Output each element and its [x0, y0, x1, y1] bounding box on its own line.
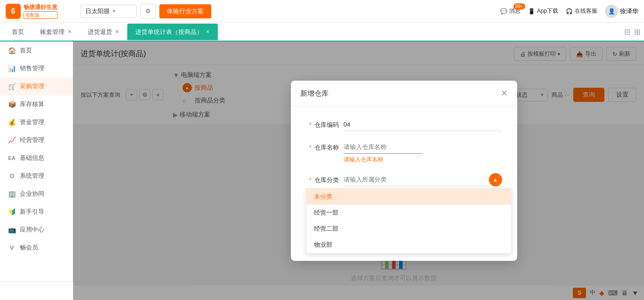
tab-bar: 首页 账套管理 ✕ 进货退货 ✕ 进货单统计表（按商品） ✕ ⊟ ⊞ [0, 23, 644, 42]
tab-account[interactable]: 账套管理 ✕ [32, 24, 80, 40]
top-navbar: 6 畅捷通好生意 搭配版 日太阳膜 ▼ ⚙ 体验行业方案 💬 消息 99+ 📱 … [0, 0, 644, 23]
message-icon: 💬 [500, 8, 507, 15]
vip-icon: V [8, 243, 16, 252]
sidebar-item-finance[interactable]: 💰 资金管理 [0, 113, 73, 131]
logo-icon: 6 [6, 4, 21, 19]
modal-close-button[interactable]: ✕ [501, 88, 508, 99]
modal-body: * 仓库编码 * 仓库名称 [291, 107, 517, 235]
sidebar-item-operation[interactable]: 📈 经营管理 [0, 131, 73, 149]
guide-icon: 🔰 [8, 208, 16, 216]
sidebar-item-enterprise[interactable]: 🏢 企业协同 [0, 185, 73, 203]
main-layout: 🏠 首页 📊 销售管理 🛒 采购管理 📦 库存核算 💰 资金管理 📈 经营管理 … [0, 42, 644, 300]
finance-icon: 💰 [8, 118, 16, 126]
logo-text: 畅捷通好生意 搭配版 [24, 3, 58, 19]
store-selector[interactable]: 日太阳膜 ▼ [80, 5, 137, 18]
trial-button[interactable]: 体验行业方案 [159, 4, 211, 18]
dropdown-item-dept1[interactable]: 经营一部 [306, 205, 511, 221]
online-service-button[interactable]: 🎧 在线客服 [566, 7, 597, 15]
system-icon: ⚙ [8, 172, 16, 180]
phone-icon: 📱 [528, 8, 535, 15]
dropdown-toggle-button[interactable]: ▲ [489, 173, 502, 186]
category-label: * 仓库分类 [306, 173, 344, 184]
app-center-icon: 📺 [8, 225, 16, 234]
form-row-category: * 仓库分类 ▲ 未分类 经营一部 经营二部 物业部 [306, 173, 502, 186]
avatar: 👤 [605, 5, 618, 18]
category-input[interactable] [344, 173, 502, 186]
sidebar-item-app-center[interactable]: 📺 应用中心 [0, 221, 73, 239]
message-badge: 99+ [513, 3, 525, 9]
sidebar-item-sales[interactable]: 📊 销售管理 [0, 59, 73, 77]
enterprise-icon: 🏢 [8, 190, 16, 198]
settings-button[interactable]: ⚙ [140, 4, 156, 19]
tab-actions: ⊟ ⊞ [624, 27, 640, 36]
tab-close-icon[interactable]: ✕ [115, 29, 119, 35]
app-download-button[interactable]: 📱 App下载 [528, 7, 558, 15]
sidebar-item-purchase[interactable]: 🛒 采购管理 [0, 77, 73, 95]
sidebar-item-home[interactable]: 🏠 首页 [0, 42, 73, 59]
tab-purchase-return[interactable]: 进货退货 ✕ [80, 24, 127, 40]
add-warehouse-modal: 新增仓库 ✕ * 仓库编码 * 仓库名称 [291, 81, 517, 261]
sidebar-item-guide[interactable]: 🔰 新手引导 [0, 203, 73, 221]
dropdown-item-property[interactable]: 物业部 [306, 237, 511, 253]
home-icon: 🏠 [8, 46, 16, 55]
dropdown-item-uncategorized[interactable]: 未分类 [306, 189, 511, 205]
sales-icon: 📊 [8, 64, 16, 73]
basic-icon: EA [8, 154, 16, 162]
logo-area: 6 畅捷通好生意 搭配版 [6, 3, 76, 19]
name-label: * 仓库名称 [306, 141, 344, 154]
tab-minimize-button[interactable]: ⊟ [624, 27, 630, 36]
category-dropdown-list: 未分类 经营一部 经营二部 物业部 [306, 188, 512, 253]
name-error-message: 请输入仓库名称 [344, 156, 502, 164]
tab-close-icon[interactable]: ✕ [206, 29, 210, 35]
tab-close-icon[interactable]: ✕ [67, 29, 72, 35]
purchase-icon: 🛒 [8, 82, 16, 91]
sidebar-item-basic[interactable]: EA 基础信息 [0, 149, 73, 167]
headset-icon: 🎧 [566, 8, 573, 15]
warehouse-code-input[interactable] [344, 118, 502, 131]
form-row-code: * 仓库编码 [306, 118, 502, 131]
sidebar-item-system[interactable]: ⚙ 系统管理 [0, 167, 73, 185]
content-area: 进货单统计(按商品) 🖨 按模板打印 ▾ 📤 导出 ↻ 刷新 按以下方案查询 [73, 42, 644, 300]
category-dropdown: ▲ 未分类 经营一部 经营二部 物业部 [344, 173, 502, 186]
inventory-icon: 📦 [8, 100, 16, 108]
sidebar-item-inventory[interactable]: 📦 库存核算 [0, 95, 73, 113]
tab-home[interactable]: 首页 [4, 24, 32, 40]
warehouse-name-input[interactable] [344, 141, 423, 154]
sidebar: 🏠 首页 📊 销售管理 🛒 采购管理 📦 库存核算 💰 资金管理 📈 经营管理 … [0, 42, 73, 300]
name-input-wrap [344, 141, 502, 154]
nav-right: 💬 消息 99+ 📱 App下载 🎧 在线客服 👤 徐泽华 [500, 5, 638, 18]
message-button[interactable]: 💬 消息 99+ [500, 7, 520, 15]
dropdown-item-dept2[interactable]: 经营二部 [306, 221, 511, 237]
user-avatar-area[interactable]: 👤 徐泽华 [605, 5, 638, 18]
chevron-down-icon: ▼ [112, 8, 116, 14]
operation-icon: 📈 [8, 136, 16, 144]
sidebar-item-vip[interactable]: V 畅会员 [0, 239, 73, 257]
modal-header: 新增仓库 ✕ [291, 81, 517, 107]
tab-expand-button[interactable]: ⊞ [634, 27, 640, 36]
code-label: * 仓库编码 [306, 118, 344, 129]
tab-purchase-stats[interactable]: 进货单统计表（按商品） ✕ [127, 24, 218, 40]
modal-title: 新增仓库 [300, 89, 329, 98]
form-row-name: * 仓库名称 请输入仓库名称 [306, 141, 502, 164]
